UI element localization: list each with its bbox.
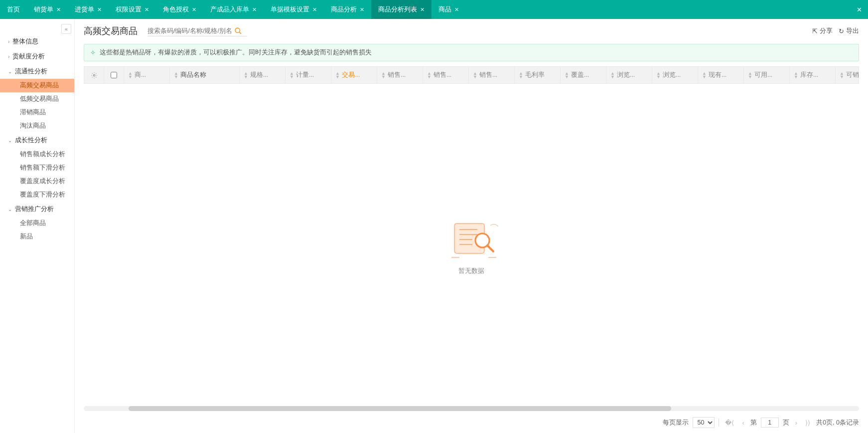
chevron-icon: ⌄: [8, 69, 12, 74]
select-all-column[interactable]: [104, 67, 124, 83]
column-sale2[interactable]: ▲▼销售...: [423, 67, 469, 83]
sort-icon[interactable]: ▲▼: [174, 72, 178, 79]
prev-page-button[interactable]: ‹: [740, 419, 746, 427]
sort-icon[interactable]: ▲▼: [381, 72, 386, 79]
page-input[interactable]: [761, 418, 779, 428]
sidebar-group-2[interactable]: ⌄流通性分析: [0, 64, 74, 79]
column-label: 库存...: [800, 71, 818, 79]
column-unit[interactable]: ▲▼计量...: [286, 67, 331, 83]
tab-2[interactable]: 进货单✕: [68, 0, 109, 19]
column-cover[interactable]: ▲▼覆盖...: [561, 67, 606, 83]
close-icon[interactable]: ✕: [97, 6, 102, 13]
svg-point-2: [93, 74, 95, 76]
export-button[interactable]: ↻ 导出: [839, 27, 859, 35]
tab-5[interactable]: 产成品入库单✕: [203, 0, 264, 19]
horizontal-scrollbar[interactable]: [84, 406, 859, 411]
table-header: ▲▼商...▲▼商品名称▲▼规格...▲▼计量...▲▼交易...▲▼销售...…: [84, 66, 859, 84]
select-all-checkbox[interactable]: [111, 72, 117, 78]
tab-label: 销货单: [34, 5, 53, 14]
info-banner: ✧ 这些都是热销品呀，有爆款的潜质，可以积极推广。同时关注库存，避免缺货而引起的…: [84, 44, 859, 61]
sidebar-item-3-1[interactable]: 销售额下滑分析: [0, 161, 74, 175]
search-input[interactable]: [147, 27, 232, 34]
column-code[interactable]: ▲▼商...: [124, 67, 170, 83]
sort-icon[interactable]: ▲▼: [702, 72, 707, 79]
column-trade[interactable]: ▲▼交易...: [331, 67, 377, 83]
tab-9[interactable]: 商品✕: [432, 0, 466, 19]
column-gross[interactable]: ▲▼毛利率: [515, 67, 561, 83]
empty-text: 暂无数据: [458, 266, 484, 275]
close-all-icon[interactable]: ✕: [853, 0, 865, 19]
sort-icon[interactable]: ▲▼: [748, 72, 752, 79]
sort-icon[interactable]: ▲▼: [794, 72, 798, 79]
column-label: 规格...: [250, 71, 268, 79]
share-button[interactable]: ⇱ 分享: [812, 27, 833, 35]
close-icon[interactable]: ✕: [360, 6, 364, 13]
column-view1[interactable]: ▲▼浏览...: [606, 67, 652, 83]
sort-icon[interactable]: ▲▼: [840, 72, 844, 79]
sidebar-item-3-3[interactable]: 覆盖度下滑分析: [0, 188, 74, 202]
sidebar-group-1[interactable]: ›贡献度分析: [0, 49, 74, 64]
column-avail[interactable]: ▲▼可用...: [744, 67, 790, 83]
tab-4[interactable]: 角色授权✕: [156, 0, 203, 19]
sidebar-item-2-2[interactable]: 滞销商品: [0, 106, 74, 119]
sort-icon[interactable]: ▲▼: [335, 72, 340, 79]
sidebar-item-2-0[interactable]: 高频交易商品: [0, 79, 74, 92]
sidebar-item-4-1[interactable]: 新品: [0, 230, 74, 243]
column-view2[interactable]: ▲▼浏览...: [652, 67, 698, 83]
sidebar-item-2-1[interactable]: 低频交易商品: [0, 92, 74, 106]
tab-8[interactable]: 商品分析列表✕: [371, 0, 432, 19]
close-icon[interactable]: ✕: [56, 6, 61, 13]
sidebar-group-4[interactable]: ⌄营销推广分析: [0, 202, 74, 216]
close-icon[interactable]: ✕: [420, 6, 425, 13]
sort-icon[interactable]: ▲▼: [289, 72, 294, 79]
sort-icon[interactable]: ▲▼: [656, 72, 661, 79]
sidebar-item-2-3[interactable]: 淘汰商品: [0, 119, 74, 133]
sidebar-group-3[interactable]: ⌄成长性分析: [0, 133, 74, 148]
column-sellable[interactable]: ▲▼可销...: [836, 67, 859, 83]
next-page-button[interactable]: ›: [793, 419, 799, 427]
sort-icon[interactable]: ▲▼: [128, 72, 133, 79]
scrollbar-thumb[interactable]: [129, 406, 671, 411]
close-icon[interactable]: ✕: [252, 6, 257, 13]
sidebar-collapse-button[interactable]: «: [61, 24, 71, 34]
column-sale1[interactable]: ▲▼销售...: [377, 67, 423, 83]
search-icon[interactable]: [234, 27, 242, 35]
column-label: 销售...: [388, 71, 406, 79]
sidebar-item-3-0[interactable]: 销售额成长分析: [0, 148, 74, 161]
column-label: 可用...: [754, 71, 772, 79]
close-icon[interactable]: ✕: [145, 6, 149, 13]
column-sale3[interactable]: ▲▼销售...: [469, 67, 515, 83]
column-inv[interactable]: ▲▼库存...: [790, 67, 836, 83]
tab-label: 商品分析: [331, 5, 357, 14]
tab-1[interactable]: 销货单✕: [27, 0, 68, 19]
sort-icon[interactable]: ▲▼: [565, 72, 569, 79]
empty-state: 暂无数据: [84, 84, 859, 406]
close-icon[interactable]: ✕: [454, 6, 459, 13]
sidebar-group-label: 营销推广分析: [15, 205, 54, 214]
column-name[interactable]: ▲▼商品名称: [170, 67, 240, 83]
last-page-button[interactable]: ⟩⟩: [803, 419, 812, 427]
sidebar-item-4-0[interactable]: 全部商品: [0, 216, 74, 230]
sort-icon[interactable]: ▲▼: [610, 72, 615, 79]
settings-column[interactable]: [84, 67, 104, 83]
per-page-select[interactable]: 50: [693, 417, 715, 428]
tab-3[interactable]: 权限设置✕: [109, 0, 156, 19]
top-tabs: 首页销货单✕进货单✕权限设置✕角色授权✕产成品入库单✕单据模板设置✕商品分析✕商…: [0, 0, 868, 19]
sort-icon[interactable]: ▲▼: [519, 72, 523, 79]
tab-0[interactable]: 首页: [0, 0, 27, 19]
tab-7[interactable]: 商品分析✕: [324, 0, 371, 19]
sort-icon[interactable]: ▲▼: [244, 72, 248, 79]
chevron-icon: ⌄: [8, 138, 12, 143]
tab-6[interactable]: 单据模板设置✕: [264, 0, 324, 19]
column-label: 浏览...: [663, 71, 681, 79]
column-stock[interactable]: ▲▼现有...: [698, 67, 744, 83]
column-label: 交易...: [342, 71, 360, 79]
sidebar-group-0[interactable]: ›整体信息: [0, 34, 74, 49]
sort-icon[interactable]: ▲▼: [473, 72, 477, 79]
close-icon[interactable]: ✕: [312, 6, 317, 13]
close-icon[interactable]: ✕: [192, 6, 196, 13]
sort-icon[interactable]: ▲▼: [427, 72, 432, 79]
column-spec[interactable]: ▲▼规格...: [240, 67, 286, 83]
sidebar-item-3-2[interactable]: 覆盖度成长分析: [0, 175, 74, 188]
first-page-button[interactable]: �⟨: [723, 419, 736, 427]
